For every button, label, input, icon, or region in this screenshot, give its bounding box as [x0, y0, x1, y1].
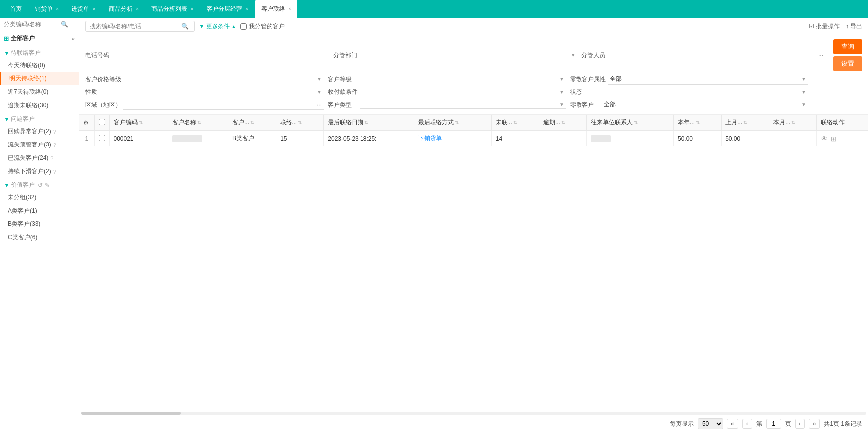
- sidebar-item-7days-contact[interactable]: 近7天待联络(0): [0, 85, 79, 99]
- group-pending-contact[interactable]: ▼ 待联络客户: [0, 46, 79, 59]
- all-customers-header[interactable]: ⊞ 全部客户 «: [0, 31, 79, 46]
- row-action-eye-icon[interactable]: 👁: [821, 135, 828, 143]
- payment-chevron-icon: ▼: [559, 89, 564, 95]
- status-select[interactable]: ▼: [602, 88, 808, 96]
- nav-home[interactable]: 首页: [4, 0, 28, 18]
- collapse-icon[interactable]: «: [72, 36, 75, 42]
- group-problem-customers[interactable]: ▼ 问题客户: [0, 112, 79, 125]
- sidebar-search-icon[interactable]: 🔍: [61, 21, 68, 28]
- last-page-btn[interactable]: »: [809, 419, 820, 429]
- filter-dept: 分管部门 ▼: [333, 51, 577, 60]
- nav-customer-contact[interactable]: 客户联络 ×: [255, 0, 297, 18]
- page-size-select[interactable]: 50 20 100: [698, 418, 723, 429]
- close-purchase-order-icon[interactable]: ×: [92, 6, 95, 12]
- sort-icon-this-month[interactable]: ⇅: [791, 120, 795, 125]
- batch-ops-btn[interactable]: ☑ 批量操作: [809, 22, 840, 31]
- sort-icon-code[interactable]: ⇅: [139, 120, 143, 125]
- td-contact-count: 15: [276, 131, 324, 146]
- horizontal-scrollbar[interactable]: [79, 411, 868, 415]
- customer-type-select[interactable]: ▼: [360, 101, 566, 109]
- group-triangle-icon: ▼: [4, 50, 10, 57]
- sidebar-item-today-contact[interactable]: 今天待联络(0): [0, 59, 79, 72]
- sort-icon-overdue[interactable]: ⇅: [561, 120, 565, 125]
- next-page-btn[interactable]: ›: [795, 419, 805, 429]
- filter-bar: 🔍 ▼ 更多条件 ▲ 我分管的客户 ☑ 批量操作 ↑ 导出: [79, 18, 868, 35]
- nav-product-analysis[interactable]: 商品分析 ×: [103, 0, 145, 18]
- question-icon-4: ?: [53, 169, 56, 175]
- sort-icon-person[interactable]: ⇅: [634, 120, 638, 125]
- my-customers-checkbox[interactable]: [240, 23, 247, 30]
- first-page-btn[interactable]: «: [727, 419, 738, 429]
- sidebar-item-ungrouped[interactable]: 未分组(32): [0, 191, 79, 204]
- sidebar-item-declining-customers[interactable]: 持续下滑客户(2) ?: [0, 165, 79, 178]
- sort-icon-type[interactable]: ⇅: [250, 120, 254, 125]
- th-contact-count: 联络... ⇅: [276, 115, 324, 131]
- nav-customer-tier[interactable]: 客户分层经营 ×: [201, 0, 254, 18]
- payment-select[interactable]: ▼: [360, 88, 566, 96]
- dept-select[interactable]: ▼: [365, 51, 577, 59]
- person-dots-icon[interactable]: ···: [818, 52, 823, 59]
- close-customer-tier-icon[interactable]: ×: [245, 6, 248, 12]
- my-customers-checkbox-area: 我分管的客户: [240, 22, 285, 31]
- sort-icon-contact[interactable]: ⇅: [298, 120, 302, 125]
- th-contact-person: 往来单位联系人 ⇅: [587, 115, 674, 131]
- sidebar-item-tomorrow-contact[interactable]: 明天待联络(1): [0, 72, 79, 85]
- chevron-up-icon: ▲: [231, 24, 236, 29]
- nature-select[interactable]: ▼: [117, 88, 324, 96]
- retail-attr-select[interactable]: 全部 ▼: [608, 74, 808, 85]
- settings-button[interactable]: 设置: [833, 56, 862, 71]
- sort-icon-method[interactable]: ⇅: [455, 120, 459, 125]
- sidebar-item-churn-warning[interactable]: 流失预警客户(3) ?: [0, 138, 79, 151]
- nav-sales-order[interactable]: 销货单 ×: [29, 0, 65, 18]
- more-conditions-btn[interactable]: ▼ 更多条件 ▲: [199, 22, 236, 31]
- sidebar-item-class-c[interactable]: C类客户(6): [0, 231, 79, 244]
- select-all-checkbox[interactable]: [99, 119, 105, 125]
- close-product-analysis-icon[interactable]: ×: [136, 6, 139, 12]
- dept-chevron-icon: ▼: [571, 52, 576, 58]
- customer-type-chevron-icon: ▼: [559, 102, 564, 107]
- query-button[interactable]: 查询: [833, 39, 862, 54]
- main-search-icon[interactable]: 🔍: [181, 23, 189, 30]
- area-select[interactable]: ···: [123, 100, 324, 110]
- sort-icon-last-month[interactable]: ⇅: [743, 120, 747, 125]
- row-action-grid-icon[interactable]: ⊞: [831, 135, 837, 143]
- group-value-customers[interactable]: ▼ 价值客户 ↺ ✎: [0, 178, 79, 191]
- close-customer-contact-icon[interactable]: ×: [288, 6, 291, 12]
- price-level-select[interactable]: ▼: [123, 75, 324, 83]
- th-checkbox: [94, 115, 109, 131]
- td-last-contact-date: 2023-05-23 18:25:: [324, 131, 414, 146]
- retail-customer-select[interactable]: 全部 ▼: [602, 99, 808, 110]
- sidebar-item-repurchase-anomaly[interactable]: 回购异常客户(2) ?: [0, 125, 79, 138]
- nav-purchase-order[interactable]: 进货单 ×: [66, 0, 101, 18]
- phone-label: 电话号码: [85, 51, 115, 60]
- sidebar-search-input[interactable]: [4, 21, 59, 28]
- customer-level-select[interactable]: ▼: [360, 75, 566, 83]
- refresh-icon[interactable]: ↺: [38, 182, 43, 189]
- page-number-input[interactable]: [766, 419, 781, 429]
- sort-icon-year[interactable]: ⇅: [696, 120, 700, 125]
- table-gear-icon[interactable]: ⚙: [83, 119, 89, 126]
- sidebar-item-overdue-contact[interactable]: 逾期未联络(30): [0, 99, 79, 112]
- contact-method-link[interactable]: 下销货单: [418, 135, 442, 142]
- status-chevron-icon: ▼: [801, 89, 806, 95]
- nav-product-analysis-list[interactable]: 商品分析列表 ×: [145, 0, 199, 18]
- sort-icon-name[interactable]: ⇅: [197, 120, 201, 125]
- main-search-input[interactable]: [90, 23, 179, 30]
- sidebar-item-class-b[interactable]: B类客户(33): [0, 217, 79, 231]
- sidebar-item-lost-customers[interactable]: 已流失客户(24) ?: [0, 151, 79, 165]
- close-sales-order-icon[interactable]: ×: [56, 6, 59, 12]
- edit-icon[interactable]: ✎: [45, 182, 50, 189]
- advanced-filter-panel: 电话号码 分管部门 ▼ 分管人员 ···: [79, 35, 868, 115]
- sidebar-item-class-a[interactable]: A类客户(1): [0, 204, 79, 217]
- filter-retail-customer: 零散客户 全部 ▼: [570, 99, 808, 110]
- row-checkbox[interactable]: [99, 135, 105, 141]
- phone-input[interactable]: [117, 51, 329, 60]
- sort-icon-date[interactable]: ⇅: [364, 120, 368, 125]
- sort-icon-unlisted[interactable]: ⇅: [513, 120, 517, 125]
- right-panel: 🔍 ▼ 更多条件 ▲ 我分管的客户 ☑ 批量操作 ↑ 导出: [79, 18, 868, 432]
- person-select[interactable]: ···: [613, 51, 825, 60]
- close-product-list-icon[interactable]: ×: [190, 6, 193, 12]
- prev-page-btn[interactable]: ‹: [742, 419, 752, 429]
- area-dots-icon[interactable]: ···: [317, 101, 322, 108]
- export-btn[interactable]: ↑ 导出: [846, 22, 862, 31]
